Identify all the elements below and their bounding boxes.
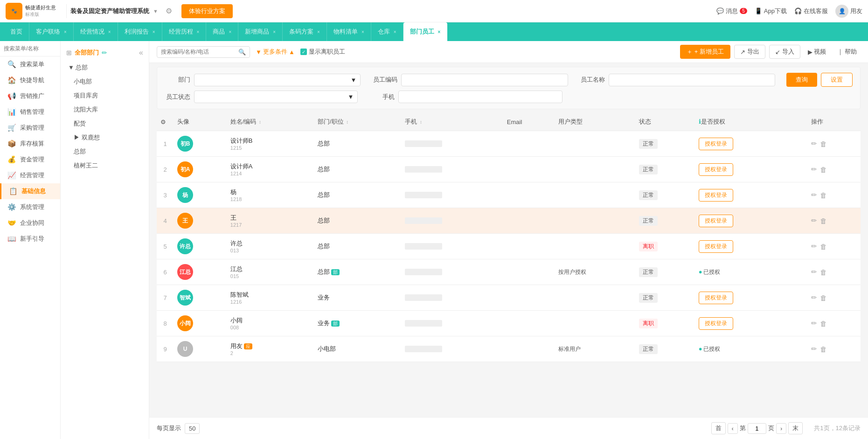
nav-tab-首页[interactable]: 首页	[4, 22, 29, 41]
edit-icon[interactable]: ✏	[811, 165, 817, 174]
emp-code-input[interactable]	[401, 74, 568, 86]
dept-select[interactable]: ▼	[194, 74, 361, 86]
prev-page-button[interactable]: ‹	[728, 423, 738, 434]
tab-close-icon[interactable]: ×	[273, 29, 276, 35]
sidebar-item-快捷导航[interactable]: 🏠快捷导航	[0, 72, 60, 88]
emp-status-select[interactable]: ▼	[194, 91, 358, 103]
dept-edit-icon[interactable]: ✏	[102, 49, 107, 56]
next-page-button[interactable]: ›	[776, 423, 786, 434]
nav-tab-客户联络[interactable]: 客户联络 ×	[29, 22, 74, 41]
edit-icon[interactable]: ✏	[811, 191, 817, 199]
set-button[interactable]: 设置	[821, 73, 853, 87]
tab-close-icon[interactable]: ×	[229, 29, 231, 35]
tab-close-icon[interactable]: ×	[438, 29, 441, 35]
delete-icon[interactable]: 🗑	[820, 320, 827, 328]
sidebar-item-销售管理[interactable]: 📊销售管理	[0, 104, 60, 120]
delete-icon[interactable]: 🗑	[820, 294, 827, 302]
import-button[interactable]: ↙ 导入	[769, 45, 800, 59]
edit-icon[interactable]: ✏	[811, 319, 817, 328]
phone-input[interactable]	[398, 91, 562, 103]
edit-icon[interactable]: ✏	[811, 139, 817, 148]
delete-icon[interactable]: 🗑	[820, 140, 827, 148]
auth-button[interactable]: 授权登录	[699, 138, 733, 150]
view-button[interactable]: ▶ 视频	[804, 45, 830, 58]
col-settings[interactable]: ⚙	[157, 113, 174, 131]
dept-tree-item-小电部[interactable]: 小电部	[61, 75, 149, 89]
auth-button[interactable]: 授权登录	[699, 240, 733, 253]
query-button[interactable]: 查询	[786, 73, 817, 87]
tab-close-icon[interactable]: ×	[394, 29, 396, 35]
delete-icon[interactable]: 🗑	[820, 268, 827, 276]
dept-collapse-icon[interactable]: «	[139, 49, 143, 57]
delete-icon[interactable]: 🗑	[820, 217, 827, 225]
delete-icon[interactable]: 🗑	[820, 166, 827, 174]
settings-icon[interactable]: ⚙	[166, 7, 172, 15]
nav-tab-经营情况[interactable]: 经营情况 ×	[74, 22, 118, 41]
more-actions-button[interactable]: ｜ 帮助	[833, 45, 861, 58]
sidebar-item-系统管理[interactable]: ⚙️系统管理	[0, 199, 60, 215]
dept-tree-item-总部[interactable]: 总部	[61, 145, 149, 159]
tab-close-icon[interactable]: ×	[64, 29, 67, 35]
page-number-input[interactable]	[748, 423, 766, 434]
search-input[interactable]	[161, 49, 236, 55]
edit-icon[interactable]: ✏	[811, 216, 817, 225]
first-page-button[interactable]: 首	[711, 422, 726, 434]
sidebar-item-企业协同[interactable]: 🤝企业协同	[0, 215, 60, 231]
tab-close-icon[interactable]: ×	[197, 29, 200, 35]
edit-icon[interactable]: ✏	[811, 268, 817, 276]
last-page-button[interactable]: 末	[788, 422, 803, 434]
tab-close-icon[interactable]: ×	[108, 29, 111, 35]
export-button[interactable]: ↗ 导出	[734, 45, 765, 59]
nav-tab-利润报告[interactable]: 利润报告 ×	[118, 22, 162, 41]
edit-icon[interactable]: ✏	[811, 345, 817, 353]
sidebar-item-资金管理[interactable]: 💰资金管理	[0, 152, 60, 167]
sidebar-item-库存核算[interactable]: 📦库存核算	[0, 136, 60, 152]
nav-tab-物料清单[interactable]: 物料清单 ×	[327, 22, 371, 41]
dept-all-label[interactable]: 全部部门	[75, 49, 99, 57]
more-conditions-button[interactable]: ▼ 更多条件 ▲	[256, 48, 295, 56]
online-service-button[interactable]: 🎧 在线客服	[794, 7, 828, 15]
sidebar-item-基础信息[interactable]: 📋基础信息	[0, 183, 60, 199]
nav-tab-条码方案[interactable]: 条码方案 ×	[283, 22, 327, 41]
edit-icon[interactable]: ✏	[811, 242, 817, 251]
sidebar-search[interactable]: 🔍	[0, 41, 60, 56]
sidebar-search-input[interactable]	[4, 45, 61, 52]
dept-tree-item-配货[interactable]: 配货	[61, 117, 149, 131]
auth-button[interactable]: 授权登录	[699, 163, 733, 176]
app-download-button[interactable]: 📱 App下载	[755, 7, 787, 15]
auth-button[interactable]: 授权登录	[699, 292, 733, 304]
dept-tree-item-总部[interactable]: ▼ 总部	[61, 61, 149, 75]
tab-close-icon[interactable]: ×	[317, 29, 320, 35]
per-page-value[interactable]: 50	[185, 423, 200, 434]
auth-button[interactable]: 授权登录	[699, 215, 733, 227]
delete-icon[interactable]: 🗑	[820, 191, 827, 199]
dept-tree-item-沈阳大库[interactable]: 沈阳大库	[61, 103, 149, 117]
show-resigned-toggle[interactable]: ✓ 显示离职员工	[300, 48, 345, 56]
nav-tab-部门员工[interactable]: 部门员工 ×	[403, 22, 448, 41]
auth-button[interactable]: 授权登录	[699, 189, 733, 202]
add-employee-button[interactable]: ＋ + 新增员工	[680, 45, 730, 59]
delete-icon[interactable]: 🗑	[820, 243, 827, 251]
nav-tab-新增商品[interactable]: 新增商品 ×	[238, 22, 283, 41]
emp-name-input[interactable]	[609, 74, 775, 86]
sidebar-item-经营管理[interactable]: 📈经营管理	[0, 167, 60, 183]
sidebar-item-新手引导[interactable]: 📖新手引导	[0, 231, 60, 247]
nav-tab-仓库[interactable]: 仓库 ×	[371, 22, 403, 41]
sidebar-item-采购管理[interactable]: 🛒采购管理	[0, 120, 60, 136]
filter-search-box[interactable]: 🔍	[157, 46, 250, 58]
messages-button[interactable]: 💬 消息 5	[716, 7, 747, 15]
tab-close-icon[interactable]: ×	[361, 29, 364, 35]
tab-close-icon[interactable]: ×	[153, 29, 155, 35]
edit-icon[interactable]: ✏	[811, 293, 817, 302]
sidebar-item-营销推广[interactable]: 📢营销推广	[0, 88, 60, 104]
sidebar-item-搜索菜单[interactable]: 🔍搜索菜单	[0, 56, 60, 72]
dept-tree-item-植树王二[interactable]: 植树王二	[61, 159, 149, 173]
dept-tree-item-双鹿想[interactable]: ▶ 双鹿想	[61, 131, 149, 145]
delete-icon[interactable]: 🗑	[820, 345, 827, 353]
user-avatar-button[interactable]: 👤 用友	[835, 5, 862, 18]
dept-tree-item-项目库房[interactable]: 项目库房	[61, 89, 149, 103]
title-dropdown-icon[interactable]: ▼	[153, 8, 158, 14]
nav-tab-经营历程[interactable]: 经营历程 ×	[162, 22, 207, 41]
nav-tab-商品[interactable]: 商品 ×	[206, 22, 238, 41]
try-button[interactable]: 体验行业方案	[181, 4, 233, 18]
